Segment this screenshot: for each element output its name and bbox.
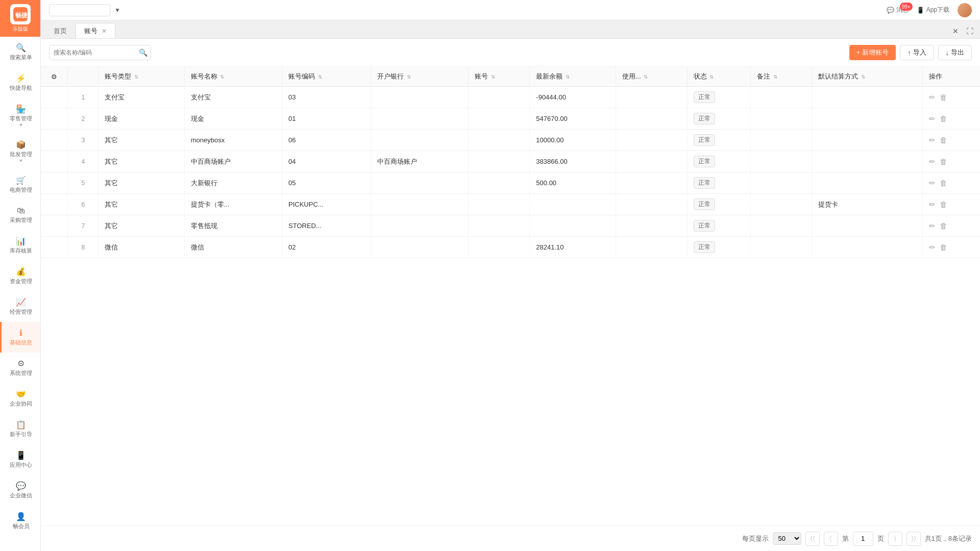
page-prev-button[interactable]: ⟨ bbox=[824, 532, 838, 546]
th-balance[interactable]: 最新余额 ⇅ bbox=[530, 67, 616, 87]
sidebar-icon-app-center: 📱 bbox=[16, 450, 26, 460]
per-page-select[interactable]: 50 100 200 bbox=[773, 532, 801, 545]
edit-icon-5[interactable]: ✏ bbox=[929, 200, 936, 209]
row-usage-2 bbox=[616, 130, 687, 151]
row-account-3 bbox=[469, 151, 530, 172]
row-code-3: 04 bbox=[282, 151, 371, 172]
th-usage[interactable]: 使用... ⇅ bbox=[616, 67, 687, 87]
row-balance-1: 547670.00 bbox=[530, 108, 616, 130]
row-type-6: 其它 bbox=[99, 215, 184, 237]
search-button[interactable]: 🔍 bbox=[135, 45, 151, 60]
sidebar-item-retail[interactable]: 🏪 零售管理 ▼ bbox=[0, 98, 40, 134]
app-download-button[interactable]: 📱 App下载 bbox=[917, 6, 949, 14]
search-input[interactable] bbox=[50, 49, 135, 56]
sidebar-item-finance[interactable]: 💰 资金管理 bbox=[0, 261, 40, 291]
row-balance-6 bbox=[530, 215, 616, 237]
row-bank-3: 中百商场账户 bbox=[371, 151, 468, 172]
sidebar-item-guide[interactable]: 📋 新手引导 bbox=[0, 414, 40, 444]
import-button[interactable]: ↑ 导入 bbox=[900, 45, 934, 60]
sidebar-item-ecommerce[interactable]: 🛒 电商管理 bbox=[0, 169, 40, 200]
row-actions-0: ✏ 🗑 bbox=[923, 87, 980, 108]
sidebar-label-finance: 资金管理 bbox=[10, 278, 32, 285]
sidebar-label-wholesale: 批发管理 bbox=[10, 151, 32, 158]
row-account-4 bbox=[469, 172, 530, 194]
sidebar-item-system[interactable]: ⚙ 系统管理 bbox=[0, 353, 40, 383]
edit-icon-2[interactable]: ✏ bbox=[929, 136, 936, 145]
tab-bar-actions: ✕ ⛶ bbox=[949, 25, 976, 38]
th-default-settlement[interactable]: 默认结算方式 ⇅ bbox=[812, 67, 923, 87]
th-remarks[interactable]: 备注 ⇅ bbox=[751, 67, 812, 87]
tab-account[interactable]: 账号 ✕ bbox=[76, 23, 115, 38]
sidebar-item-wechat[interactable]: 💬 企业微信 bbox=[0, 475, 40, 506]
sidebar-item-inventory[interactable]: 📊 库存核算 bbox=[0, 230, 40, 261]
edit-icon-4[interactable]: ✏ bbox=[929, 179, 936, 188]
edit-icon-0[interactable]: ✏ bbox=[929, 93, 936, 102]
row-usage-3 bbox=[616, 151, 687, 172]
sidebar-item-quick-nav[interactable]: ⚡ 快捷导航 bbox=[0, 67, 40, 98]
messages-button[interactable]: 💬 消息 99+ bbox=[887, 6, 909, 14]
edit-icon-3[interactable]: ✏ bbox=[929, 157, 936, 166]
edit-icon-7[interactable]: ✏ bbox=[929, 243, 936, 252]
header-dropdown[interactable]: ▼ bbox=[114, 7, 120, 14]
row-settings-1 bbox=[41, 108, 68, 130]
row-account-1 bbox=[469, 108, 530, 130]
add-account-button[interactable]: + 新增账号 bbox=[849, 45, 896, 60]
row-name-1: 现金 bbox=[184, 108, 282, 130]
table-row: 6 其它 提货卡（零... PICKUPC... 正常 提货卡 ✏ 🗑 bbox=[41, 194, 980, 215]
row-balance-7: 28241.10 bbox=[530, 237, 616, 258]
sidebar-icon-system: ⚙ bbox=[17, 359, 24, 368]
th-type[interactable]: 账号类型 ⇅ bbox=[99, 67, 184, 87]
tab-expand-button[interactable]: ⛶ bbox=[964, 25, 976, 37]
sidebar-icon-guide: 📋 bbox=[16, 420, 26, 430]
edit-icon-1[interactable]: ✏ bbox=[929, 114, 936, 123]
th-status[interactable]: 状态 ⇅ bbox=[687, 67, 750, 87]
page-number-input[interactable] bbox=[853, 532, 873, 546]
avatar-image bbox=[958, 3, 972, 17]
th-name[interactable]: 账号名称 ⇅ bbox=[184, 67, 282, 87]
sidebar-label-basic-info: 基础信息 bbox=[10, 339, 32, 346]
row-usage-4 bbox=[616, 172, 687, 194]
header-search-input[interactable] bbox=[49, 4, 110, 16]
delete-icon-7[interactable]: 🗑 bbox=[940, 243, 947, 252]
table-row: 2 现金 现金 01 547670.00 正常 ✏ 🗑 bbox=[41, 108, 980, 130]
sidebar-item-app-center[interactable]: 📱 应用中心 bbox=[0, 444, 40, 475]
tab-home[interactable]: 首页 bbox=[45, 23, 76, 38]
delete-icon-1[interactable]: 🗑 bbox=[940, 114, 947, 123]
delete-icon-0[interactable]: 🗑 bbox=[940, 93, 947, 102]
row-settings-3 bbox=[41, 151, 68, 172]
delete-icon-2[interactable]: 🗑 bbox=[940, 136, 947, 144]
sidebar-item-operations[interactable]: 📈 经营管理 bbox=[0, 291, 40, 322]
page-next-button[interactable]: ⟩ bbox=[888, 532, 902, 546]
sidebar-icon-operations: 📈 bbox=[16, 297, 26, 307]
sidebar-label-member: 畅会员 bbox=[13, 522, 30, 530]
export-button[interactable]: ↓ 导出 bbox=[938, 45, 972, 60]
th-account[interactable]: 账号 ⇅ bbox=[469, 67, 530, 87]
sidebar-icon-retail: 🏪 bbox=[16, 104, 26, 114]
row-remarks-3 bbox=[751, 151, 812, 172]
sidebar-item-wholesale[interactable]: 📦 批发管理 ▼ bbox=[0, 134, 40, 169]
sidebar-item-purchase[interactable]: 🛍 采购管理 bbox=[0, 200, 40, 230]
row-type-4: 其它 bbox=[99, 172, 184, 194]
delete-icon-6[interactable]: 🗑 bbox=[940, 221, 947, 230]
tab-account-close[interactable]: ✕ bbox=[102, 28, 107, 34]
avatar[interactable] bbox=[958, 3, 972, 17]
sidebar-logo[interactable]: 畅捷 乐版版 bbox=[0, 0, 40, 37]
page-last-button[interactable]: ⟩⟩ bbox=[906, 532, 921, 546]
th-settings[interactable]: ⚙ bbox=[41, 67, 68, 87]
page-first-button[interactable]: ⟨⟨ bbox=[805, 532, 820, 546]
export-label: 导出 bbox=[951, 48, 964, 57]
th-bank[interactable]: 开户银行 ⇅ bbox=[371, 67, 468, 87]
delete-icon-4[interactable]: 🗑 bbox=[940, 179, 947, 187]
delete-icon-5[interactable]: 🗑 bbox=[940, 200, 947, 209]
sidebar-item-basic-info[interactable]: ℹ 基础信息 bbox=[0, 322, 40, 353]
row-name-3: 中百商场账户 bbox=[184, 151, 282, 172]
th-code[interactable]: 账号编码 ⇅ bbox=[282, 67, 371, 87]
sidebar-item-search[interactable]: 🔍 搜索菜单 bbox=[0, 37, 40, 67]
tab-close-all-button[interactable]: ✕ bbox=[949, 25, 962, 37]
table-row: 8 微信 微信 02 28241.10 正常 ✏ 🗑 bbox=[41, 237, 980, 258]
sidebar-item-agreement[interactable]: 🤝 企业协同 bbox=[0, 383, 40, 414]
sidebar-label-retail: 零售管理 bbox=[10, 115, 32, 122]
sidebar-item-member[interactable]: 👤 畅会员 bbox=[0, 506, 40, 536]
delete-icon-3[interactable]: 🗑 bbox=[940, 157, 947, 166]
edit-icon-6[interactable]: ✏ bbox=[929, 221, 936, 231]
